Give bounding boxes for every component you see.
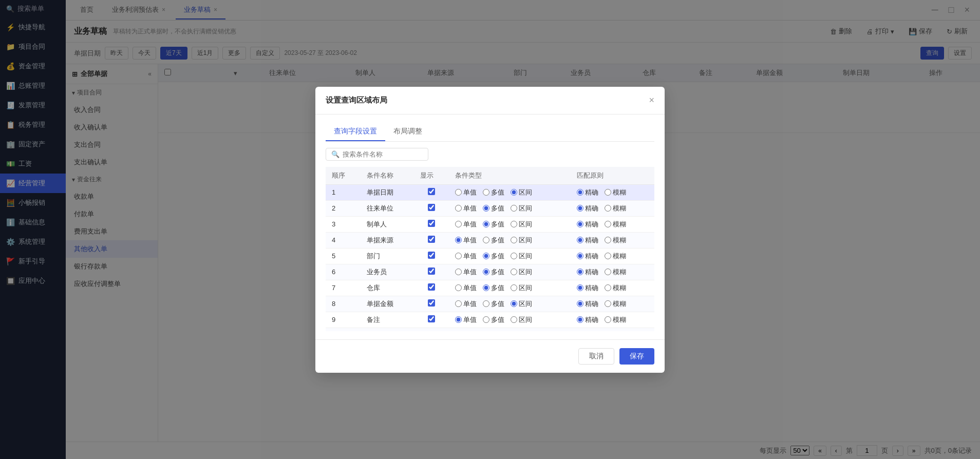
match-radio-精确[interactable] [577,205,583,212]
row-name: 单据来源 [361,232,413,248]
match-radio-精确[interactable] [577,316,583,323]
match-radio-精确[interactable] [577,269,583,275]
match-radio-模糊[interactable] [605,237,611,243]
show-checkbox[interactable] [428,188,435,195]
condition-radio-多值[interactable] [483,205,489,212]
modal-tabs: 查询字段设置 布局调整 [326,123,654,142]
condition-radio-单值[interactable] [455,205,462,212]
row-name: 部门 [361,248,413,264]
settings-row: 5部门单值多值区间精确模糊 [326,248,654,264]
condition-radio-多值[interactable] [483,221,489,227]
row-condition: 单值多值区间 [449,200,571,216]
condition-radio-区间[interactable] [511,316,517,323]
match-radio-精确[interactable] [577,253,583,259]
row-condition: 单值多值区间 [449,248,571,264]
show-checkbox[interactable] [428,267,435,275]
row-show [414,280,449,296]
row-order: 10 [326,328,361,331]
modal-footer: 取消 保存 [315,339,665,373]
row-show [414,200,449,216]
show-checkbox[interactable] [428,299,435,307]
modal-tab-layout[interactable]: 布局调整 [385,123,430,141]
match-radio-模糊[interactable] [605,221,611,227]
row-name: 制单人 [361,216,413,232]
modal-search-container: 🔍 [326,148,428,161]
settings-modal: 设置查询区域布局 × 查询字段设置 布局调整 🔍 顺序 [315,87,665,373]
row-name: 往来单位 [361,200,413,216]
match-radio-模糊[interactable] [605,189,611,196]
condition-radio-多值[interactable] [483,269,489,275]
show-checkbox[interactable] [428,315,435,322]
match-radio-模糊[interactable] [605,300,611,307]
show-checkbox[interactable] [428,236,435,243]
modal-search-input[interactable] [343,150,425,158]
settings-row: 1单据日期单值多值区间精确模糊 [326,184,654,200]
modal-tab-query[interactable]: 查询字段设置 [326,123,385,141]
settings-row: 9备注单值多值区间精确模糊 [326,312,654,328]
modal-save-button[interactable]: 保存 [619,348,654,365]
condition-radio-单值[interactable] [455,316,462,323]
condition-radio-单值[interactable] [455,189,462,196]
condition-radio-单值[interactable] [455,269,462,275]
condition-radio-单值[interactable] [455,237,462,243]
row-name: 单据编号 [361,328,413,331]
settings-header-row: 顺序 条件名称 显示 条件类型 匹配原则 [326,167,654,185]
row-show [414,232,449,248]
condition-radio-多值[interactable] [483,237,489,243]
show-checkbox[interactable] [428,252,435,259]
show-checkbox[interactable] [428,283,435,291]
row-order: 2 [326,200,361,216]
match-radio-模糊[interactable] [605,284,611,291]
modal-header: 设置查询区域布局 × [315,87,665,114]
row-match: 精确模糊 [571,248,654,264]
row-show [414,328,449,331]
condition-radio-区间[interactable] [511,205,517,212]
show-checkbox[interactable] [428,204,435,211]
row-show [414,248,449,264]
condition-radio-区间[interactable] [511,300,517,307]
row-order: 9 [326,312,361,328]
condition-radio-单值[interactable] [455,284,462,291]
match-radio-精确[interactable] [577,189,583,196]
cancel-button[interactable]: 取消 [578,348,614,365]
condition-radio-多值[interactable] [483,300,489,307]
condition-radio-区间[interactable] [511,269,517,275]
match-radio-模糊[interactable] [605,316,611,323]
condition-radio-区间[interactable] [511,284,517,291]
show-checkbox[interactable] [428,220,435,227]
modal-close-button[interactable]: × [649,95,654,106]
row-match: 精确模糊 [571,312,654,328]
match-radio-精确[interactable] [577,221,583,227]
row-match: 精确模糊 [571,232,654,248]
row-match: 精确模糊 [571,184,654,200]
condition-radio-单值[interactable] [455,300,462,307]
row-name: 备注 [361,312,413,328]
condition-radio-区间[interactable] [511,221,517,227]
row-show [414,184,449,200]
row-show [414,216,449,232]
row-condition: 单值多值区间 [449,296,571,312]
match-radio-精确[interactable] [577,300,583,307]
row-match: 精确模糊 [571,280,654,296]
row-condition: 单值多值区间 [449,264,571,280]
settings-row: 6业务员单值多值区间精确模糊 [326,264,654,280]
match-radio-模糊[interactable] [605,205,611,212]
row-name: 单据金额 [361,296,413,312]
match-radio-精确[interactable] [577,284,583,291]
condition-radio-多值[interactable] [483,316,489,323]
match-radio-精确[interactable] [577,237,583,243]
condition-radio-多值[interactable] [483,284,489,291]
condition-radio-单值[interactable] [455,253,462,259]
condition-radio-多值[interactable] [483,189,489,196]
row-match: 精确模糊 [571,216,654,232]
row-show [414,312,449,328]
condition-radio-区间[interactable] [511,237,517,243]
condition-radio-单值[interactable] [455,221,462,227]
row-order: 5 [326,248,361,264]
condition-radio-区间[interactable] [511,189,517,196]
row-order: 3 [326,216,361,232]
match-radio-模糊[interactable] [605,253,611,259]
condition-radio-区间[interactable] [511,253,517,259]
condition-radio-多值[interactable] [483,253,489,259]
match-radio-模糊[interactable] [605,269,611,275]
